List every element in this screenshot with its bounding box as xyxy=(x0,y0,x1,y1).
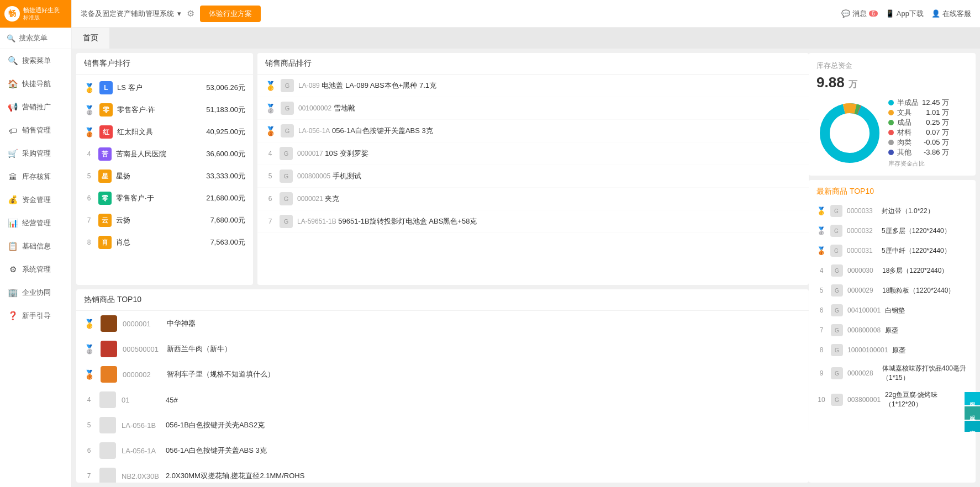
hot-product-name: 2.0X30MM双搓花轴,搓花直径2.1MM/ROHS xyxy=(166,471,801,481)
sidebar-item-newbie[interactable]: ❓新手引导 xyxy=(0,304,71,327)
product-name: 夹克 xyxy=(325,194,339,203)
product-info: 0000021 夹克 xyxy=(297,194,801,204)
latest-product-item: 8 G 10000100001 原垄 xyxy=(809,340,976,360)
rank-number: 9 xyxy=(816,369,826,377)
rank-number: 10 xyxy=(816,396,826,404)
rank-avatar: 星 xyxy=(98,170,112,183)
legend-item: 成品 0.25 万 xyxy=(888,118,949,128)
rank-amount: 40,925.00元 xyxy=(206,127,245,137)
sales-rank-item: 🥉 红 红太阳文具 40,925.00元 xyxy=(76,121,253,143)
legend-name: 半成品 xyxy=(897,98,919,108)
sales-label: 销售管理 xyxy=(22,125,51,135)
medal-icon: 🥈 xyxy=(816,226,826,235)
rank-avatar: 肖 xyxy=(98,236,112,249)
sidebar-item-enterprise[interactable]: 🏢企业协同 xyxy=(0,281,71,304)
hot-sales-item: 🥇 0000001 中华神器 xyxy=(76,311,809,336)
svg-point-4 xyxy=(830,114,869,152)
rank-name: 红太阳文具 xyxy=(117,127,202,137)
hot-sales-panel: 热销商品 TOP10 🥇 0000001 中华神器 🥈 000500001 新西… xyxy=(76,289,809,483)
product-avatar: G xyxy=(280,170,293,183)
purchase-icon: 🛒 xyxy=(8,149,18,158)
legend-name: 其他 xyxy=(897,147,920,157)
rank-amount: 33,333.00元 xyxy=(206,171,245,181)
latest-products-list: 🥇 G 0000033 封边带（1.0*22） 🥈 G 0000032 5厘多层… xyxy=(809,201,976,413)
service-community-btn[interactable]: 服务社区 xyxy=(965,406,980,420)
product-rank-item: 7 G LA-59651-1B 59651-1B旋转投影灯电池盒 ABS黑色+5… xyxy=(257,210,809,233)
rank-name: 云扬 xyxy=(116,215,206,225)
live-btn[interactable]: 直播 xyxy=(965,421,980,432)
product-avatar: G xyxy=(831,324,843,336)
sidebar-item-marketing[interactable]: 📢营销推广 xyxy=(0,96,71,119)
medal-icon: 🥉 xyxy=(265,126,276,136)
gear-icon[interactable]: ⚙ xyxy=(187,8,194,19)
product-avatar: G xyxy=(830,205,842,217)
sidebar-item-finance[interactable]: 💰资金管理 xyxy=(0,188,71,211)
online-service-action[interactable]: 👤 在线客服 xyxy=(931,9,971,19)
product-code: 0000017 xyxy=(297,150,323,157)
hot-sales-item: 🥈 000500001 新西兰牛肉（新牛） xyxy=(76,336,809,362)
message-action[interactable]: 💬 消息 6 xyxy=(841,9,878,19)
medal-icon: 🥈 xyxy=(84,105,95,115)
rank-number: 4 xyxy=(84,396,94,404)
rank-number: 4 xyxy=(816,267,826,274)
inventory-amount: 9.88 万 xyxy=(816,74,968,91)
customer-hotline-btn[interactable]: 客服热线 xyxy=(965,392,980,405)
rank-number: 7 xyxy=(816,326,826,334)
rank-number: 6 xyxy=(265,195,275,203)
rank-number: 6 xyxy=(84,194,94,202)
rank-amount: 53,006.26元 xyxy=(206,83,245,93)
legend-name: 肉类 xyxy=(897,137,920,147)
medal-icon: 🥈 xyxy=(84,344,95,354)
sidebar-item-quick[interactable]: 🏠快捷导航 xyxy=(0,72,71,96)
legend-value: 0.25 万 xyxy=(926,118,949,128)
product-code: 000800008 xyxy=(847,326,881,334)
product-avatar: G xyxy=(830,245,842,257)
sidebar-item-purchase[interactable]: 🛒采购管理 xyxy=(0,142,71,165)
product-info: LA-089 电池盖 LA-089 ABS本色+黑种 7.1克 xyxy=(298,81,801,91)
hot-product-code: 01 xyxy=(122,396,160,404)
tab-home[interactable]: 首页 xyxy=(72,28,109,49)
product-name: 原垄 xyxy=(885,326,968,335)
latest-product-item: 4 G 0000030 18多层（1220*2440） xyxy=(809,261,976,280)
product-code: 004100001 xyxy=(847,306,881,314)
message-badge: 6 xyxy=(869,10,878,17)
quick-icon: 🏠 xyxy=(8,79,18,89)
sales-rank-item: 🥇 L LS 客户 53,006.26元 xyxy=(76,77,253,99)
hot-product-code: 0000001 xyxy=(123,320,161,328)
rank-number: 5 xyxy=(84,421,94,429)
sales-rank-item: 7 云 云扬 7,680.00元 xyxy=(76,209,253,231)
trial-button[interactable]: 体验行业方案 xyxy=(200,6,261,22)
product-rank-item: 4 G 0000017 10S 变刹罗娑 xyxy=(257,142,809,165)
sidebar-item-search[interactable]: 🔍搜索菜单 xyxy=(0,49,71,72)
product-name: 10S 变刹罗娑 xyxy=(325,149,368,157)
rank-avatar: 苦 xyxy=(98,147,112,161)
sales-rank-list: 🥇 L LS 客户 53,006.26元 🥈 零 零售客户·许 51,183.0… xyxy=(76,75,253,256)
system-icon: ⚙ xyxy=(8,264,18,274)
sales-rank-title: 销售客户排行 xyxy=(84,59,130,68)
sidebar-item-system[interactable]: ⚙系统管理 xyxy=(0,258,71,281)
product-name: 59651-1B旋转投影灯电池盒 ABS黑色+58克 xyxy=(338,217,477,225)
rank-number: 6 xyxy=(84,447,94,454)
basic-icon: 📋 xyxy=(8,241,18,251)
sidebar-item-operation[interactable]: 📊经营管理 xyxy=(0,211,71,235)
sidebar: 畅 畅捷通好生意 标准版 🔍 搜索菜单 🔍搜索菜单🏠快捷导航📢营销推广🏷销售管理… xyxy=(0,0,72,487)
sidebar-item-inventory[interactable]: 🏛库存核算 xyxy=(0,165,71,188)
hot-sales-list: 🥇 0000001 中华神器 🥈 000500001 新西兰牛肉（新牛） 🥉 0… xyxy=(76,311,809,483)
search-icon: 🔍 xyxy=(7,34,15,43)
sidebar-item-sales[interactable]: 🏷销售管理 xyxy=(0,119,71,142)
hot-sales-item: 5 LA-056-1B 056-1B白色按键开关壳ABS2克 xyxy=(76,412,809,438)
rank-number: 7 xyxy=(84,216,94,224)
rank-amount: 21,680.00元 xyxy=(206,193,245,203)
search-menu[interactable]: 🔍 搜索菜单 xyxy=(0,28,71,49)
sidebar-item-basic[interactable]: 📋基础信息 xyxy=(0,235,71,258)
system-selector[interactable]: 装备及固定资产辅助管理系统 ▾ xyxy=(81,9,181,19)
service-icon: 👤 xyxy=(931,9,940,18)
rank-number: 6 xyxy=(816,306,826,314)
rank-amount: 7,680.00元 xyxy=(210,215,245,225)
sidebar-nav: 🔍搜索菜单🏠快捷导航📢营销推广🏷销售管理🛒采购管理🏛库存核算💰资金管理📊经营管理… xyxy=(0,49,71,487)
app-download-action[interactable]: 📱 App下载 xyxy=(886,9,924,19)
product-info: LA-59651-1B 59651-1B旋转投影灯电池盒 ABS黑色+58克 xyxy=(297,216,801,226)
product-avatar: G xyxy=(281,79,294,92)
product-rank-item: 🥈 G 001000002 雪地靴 xyxy=(257,97,809,120)
latest-products-panel: 最新商品 TOP10 🥇 G 0000033 封边带（1.0*22） 🥈 G 0… xyxy=(809,180,976,483)
